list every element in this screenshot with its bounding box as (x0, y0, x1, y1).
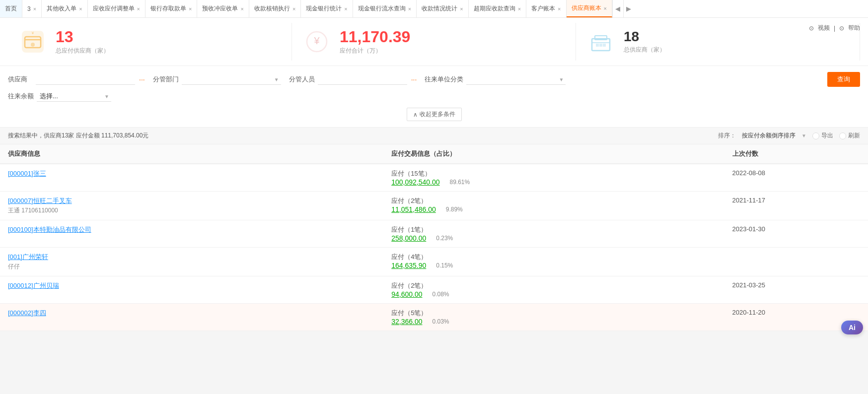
svg-rect-10 (599, 44, 602, 47)
nav-tab-receipt-stats[interactable]: 收款情况统计 × (417, 0, 468, 17)
nav-tab-bank-deposit-label: 银行存取款单 (150, 4, 186, 13)
supplier-filter-input[interactable] (36, 74, 135, 85)
balance-select-wrap: 选择... ▼ (37, 91, 111, 102)
tx-amount-4[interactable]: 94,600.00 (391, 290, 422, 298)
tx-info-3: 应付（4笔） 164,635.90 0.15% (391, 253, 732, 269)
supplier-link-3[interactable]: [001]广州荣轩 (8, 253, 391, 262)
nav-tab-ar-ap-adjust[interactable]: 应收应付调整单 × (88, 0, 145, 17)
nav-tab-overdue-query-label: 超期应收款查询 (474, 4, 515, 13)
supplier-link-4[interactable]: [000012]广州贝瑞 (8, 281, 391, 290)
help-link[interactable]: 帮助 (848, 24, 860, 32)
table-row: [001]广州荣轩 仔仔 应付（4笔） 164,635.90 0.15% (0, 248, 868, 276)
sort-label: 排序： (718, 131, 736, 140)
supplier-filter-dots[interactable]: ··· (139, 75, 145, 83)
nav-tab-advance-close[interactable]: × (240, 6, 243, 12)
nav-tab-other-income-close[interactable]: × (79, 6, 82, 12)
svg-text:¥: ¥ (313, 35, 320, 46)
tx-amount-2[interactable]: 258,000.00 (391, 234, 426, 242)
nav-tab-cash-flow-query[interactable]: 现金银行流水查询 × (353, 0, 417, 17)
nav-tab-supplier-ledger[interactable]: 供应商账本 × (567, 0, 612, 17)
person-filter-dots[interactable]: ··· (411, 75, 417, 83)
results-actions: 排序： 按应付余额倒序排序 ▼ 导出 刷新 (718, 131, 860, 140)
stat-card-suppliers-payable: ¥ 13 总应付供应商（家） (8, 23, 292, 61)
person-filter-label: 分管人员 (289, 75, 315, 84)
refresh-button[interactable]: 刷新 (839, 131, 860, 140)
person-filter-input[interactable] (318, 74, 407, 85)
nav-tab-ar-ap-adjust-close[interactable]: × (137, 6, 140, 12)
link-separator: | (834, 25, 835, 32)
last-date-0: 2022-08-08 (732, 169, 860, 177)
nav-tab-supplier-ledger-close[interactable]: × (604, 5, 607, 11)
nav-tab-bank-deposit[interactable]: 银行存取款单 × (145, 0, 197, 17)
payable-total-icon: ¥ (302, 27, 332, 57)
refresh-label: 刷新 (848, 131, 860, 140)
supplier-link-1[interactable]: [000007]恒旺二手叉车 (8, 197, 391, 205)
collapse-button[interactable]: ∧ 收起更多条件 (407, 108, 462, 121)
nav-tab-bank-deposit-close[interactable]: × (189, 6, 192, 12)
sort-value[interactable]: 按应付余额倒序排序 (742, 131, 796, 140)
nav-tab-supplier-ledger-label: 供应商账本 (572, 4, 601, 12)
table-row: [000012]广州贝瑞 应付（2笔） 94,600.00 0.08% 2021… (0, 276, 868, 304)
nav-tab-cash-bank-stats-close[interactable]: × (344, 6, 347, 12)
total-suppliers-label: 总供应商（家） (624, 46, 665, 54)
nav-tab-customer-ledger[interactable]: 客户账本 × (526, 0, 566, 17)
nav-tab-cash-flow-query-close[interactable]: × (408, 6, 411, 12)
ai-badge[interactable]: Ai (841, 321, 863, 331)
payable-suppliers-number: 13 (56, 29, 109, 45)
nav-tab-receipt-stats-close[interactable]: × (460, 6, 463, 12)
category-filter-select[interactable] (466, 74, 566, 85)
video-link[interactable]: 视频 (818, 24, 830, 32)
stat-card-payable-total: ¥ 11,170.39 应付合计（万） (292, 23, 576, 61)
export-label: 导出 (821, 131, 833, 140)
refresh-radio-icon (839, 132, 846, 139)
tx-amount-1[interactable]: 11,051,486.00 (391, 205, 436, 213)
supplier-info-2: [000100]本特勤油品有限公司 (8, 225, 391, 235)
category-select-wrap: ▼ (466, 74, 566, 85)
help-icon: ⊙ (839, 25, 844, 32)
tx-percent-5: 0.03% (432, 318, 449, 325)
results-text: 搜索结果中，供应商13家 应付金额 111,703,854.00元 (8, 131, 148, 140)
nav-tab-overdue-query-close[interactable]: × (518, 6, 521, 12)
nav-tab-3-close[interactable]: × (33, 6, 36, 12)
supplier-info-5: [000002]李四 (8, 309, 391, 319)
nav-tab-collection-label: 收款核销执行 (254, 4, 290, 13)
table-row: [000007]恒旺二手叉车 王通 17106110000 应付（2笔） 11,… (0, 192, 868, 220)
nav-tab-cash-bank-stats[interactable]: 现金银行统计 × (301, 0, 353, 17)
dept-select-wrap: ▼ (182, 74, 281, 85)
nav-next-arrow[interactable]: ▶ (623, 0, 634, 17)
filter-balance: 往来余额 选择... ▼ (8, 91, 111, 102)
filter-supplier: 供应商 ··· (8, 74, 145, 85)
nav-prev-arrow[interactable]: ◀ (612, 0, 623, 17)
total-suppliers-number: 18 (624, 30, 665, 44)
nav-tab-advance[interactable]: 预收冲应收单 × (197, 0, 249, 17)
nav-tab-3[interactable]: 3 × (22, 0, 42, 17)
stat-info-payable-suppliers: 13 总应付供应商（家） (56, 29, 109, 55)
nav-tab-other-income[interactable]: 其他收入单 × (42, 0, 87, 17)
svg-point-3 (31, 43, 35, 47)
balance-filter-select[interactable]: 选择... (37, 91, 111, 102)
dept-filter-select[interactable] (182, 74, 281, 85)
export-button[interactable]: 导出 (812, 131, 833, 140)
tx-amount-5[interactable]: 32,366.00 (391, 318, 422, 326)
tx-info-2: 应付（1笔） 258,000.00 0.23% (391, 225, 732, 242)
nav-tab-collection-close[interactable]: × (292, 6, 295, 12)
supplier-info-3: [001]广州荣轩 仔仔 (8, 253, 391, 271)
svg-rect-9 (596, 44, 599, 47)
supplier-link-2[interactable]: [000100]本特勤油品有限公司 (8, 225, 391, 234)
sort-dropdown-icon[interactable]: ▼ (801, 133, 806, 138)
nav-tab-overdue-query[interactable]: 超期应收款查询 × (469, 0, 526, 17)
col-header-last-payment: 上次付数 (732, 149, 860, 158)
nav-tab-home[interactable]: 首页 (0, 0, 22, 17)
tx-amount-0[interactable]: 100,092,540.00 (391, 178, 439, 186)
tx-label-4: 应付（2笔） (391, 281, 732, 290)
stat-info-payable-total: 11,170.39 应付合计（万） (340, 29, 410, 55)
nav-tab-customer-ledger-close[interactable]: × (558, 6, 561, 12)
supplier-link-5[interactable]: [000002]李四 (8, 309, 391, 318)
nav-tab-collection[interactable]: 收款核销执行 × (249, 0, 301, 17)
tx-amount-3[interactable]: 164,635.90 (391, 262, 426, 269)
tx-label-5: 应付（5笔） (391, 309, 732, 318)
filter-dept: 分管部门 ▼ (153, 74, 281, 85)
search-button[interactable]: 查询 (827, 72, 860, 87)
supplier-link-0[interactable]: [000001]张三 (8, 169, 391, 178)
payable-total-number: 11,170.39 (340, 29, 410, 45)
